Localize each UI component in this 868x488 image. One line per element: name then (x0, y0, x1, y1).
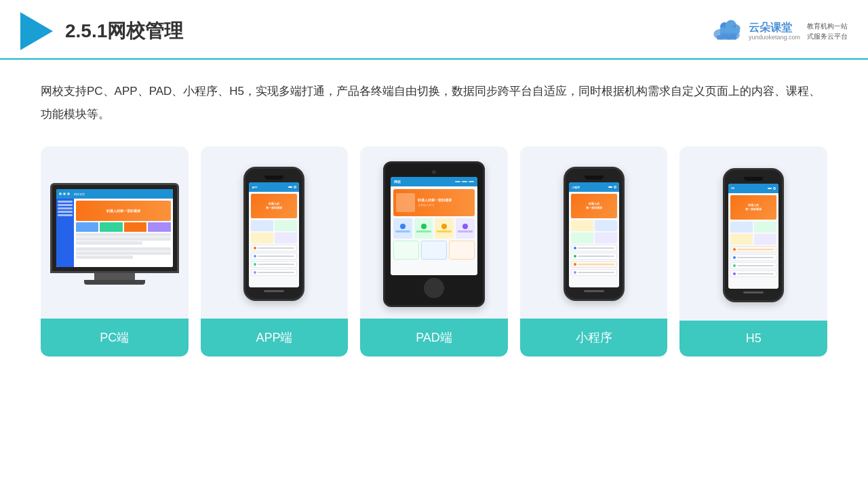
cards-container: 网校管理 (0, 133, 868, 377)
card-app-label: APP端 (201, 319, 349, 357)
logo-triangle-icon (20, 12, 53, 50)
card-pc-label: PC端 (41, 319, 189, 357)
pc-monitor-mockup: 网校管理 (50, 183, 179, 285)
brand-url-text: yunduoketang.com (749, 34, 800, 41)
card-app: APP 职通人的第一堂职通课 (201, 146, 349, 357)
svg-rect-7 (720, 28, 740, 33)
card-pc: 网校管理 (41, 146, 189, 357)
brand-name-text: 云朵课堂 (749, 21, 792, 34)
page-title: 2.5.1网校管理 (65, 18, 183, 44)
brand-slogan-text: 教育机构一站 式服务云平台 (807, 21, 848, 41)
card-h5-label: H5 (679, 321, 827, 357)
brand-logo (709, 19, 742, 43)
page-header: 2.5.1网校管理 云朵课堂 yunduoketang.com 教育机构一站 式… (0, 0, 868, 60)
description-content: 网校支持PC、APP、PAD、小程序、H5，实现多端打通，产品各终端自由切换，数… (41, 85, 821, 121)
card-h5-image: H5 职通人的第一堂职通课 (679, 146, 827, 321)
phone-h5-mockup: H5 职通人的第一堂职通课 (723, 168, 784, 302)
card-app-image: APP 职通人的第一堂职通课 (201, 146, 349, 319)
card-miniapp-label: 小程序 (520, 319, 668, 357)
phone-app-mockup: APP 职通人的第一堂职通课 (243, 167, 304, 301)
phone-miniapp-mockup: 小程序 职通人的第一堂职通课 (564, 167, 625, 301)
card-pad: 网校 职通人的第一堂职通课 立即加入学习 (360, 146, 508, 357)
card-miniapp: 小程序 职通人的第一堂职通课 (520, 146, 668, 357)
card-pc-image: 网校管理 (41, 146, 189, 319)
header-right: 云朵课堂 yunduoketang.com 教育机构一站 式服务云平台 (709, 19, 848, 43)
header-left: 2.5.1网校管理 (20, 12, 183, 50)
card-pad-image: 网校 职通人的第一堂职通课 立即加入学习 (360, 146, 508, 319)
card-pad-label: PAD端 (360, 319, 508, 357)
tablet-pad-mockup: 网校 职通人的第一堂职通课 立即加入学习 (383, 161, 485, 307)
card-miniapp-image: 小程序 职通人的第一堂职通课 (520, 146, 668, 319)
svg-rect-3 (717, 35, 736, 39)
brand-text-block: 云朵课堂 yunduoketang.com (749, 21, 800, 41)
description-text: 网校支持PC、APP、PAD、小程序、H5，实现多端打通，产品各终端自由切换，数… (0, 60, 868, 133)
cloud-icon (709, 19, 742, 43)
card-h5: H5 职通人的第一堂职通课 (679, 146, 827, 357)
